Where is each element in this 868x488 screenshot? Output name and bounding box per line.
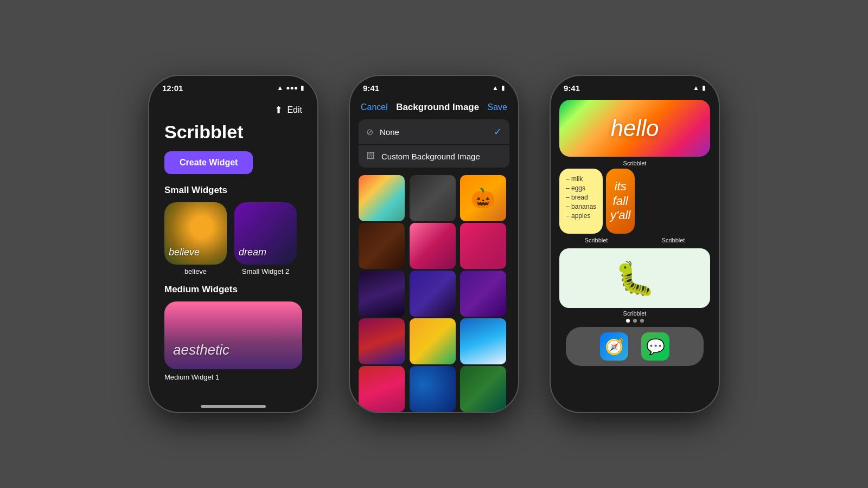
bg-cell-9[interactable] — [460, 271, 506, 317]
status-icons-3: ▲ ▮ — [693, 84, 706, 92]
bg-option-none[interactable]: ⊘ None ✓ — [359, 119, 509, 144]
widget-label-medium: Medium Widget 1 — [164, 373, 219, 381]
phone1-nav: ⬆ Edit — [164, 104, 302, 116]
bg-option-list: ⊘ None ✓ 🖼 Custom Background Image — [350, 119, 518, 175]
widget-thumb-aesthetic: aesthetic — [164, 301, 302, 369]
medium-widget-row[interactable]: aesthetic Medium Widget 1 — [164, 301, 302, 382]
bg-option-custom[interactable]: 🖼 Custom Background Image — [359, 145, 509, 168]
dock: 🧭 💬 — [566, 327, 704, 366]
note-item-4: bananas — [566, 203, 596, 210]
medium-widgets-label: Medium Widgets — [164, 284, 302, 295]
wifi-icon: ▲ — [277, 84, 283, 92]
status-icons-2: ▲ ▮ — [492, 84, 505, 92]
note-item-1: milk — [566, 175, 596, 183]
widget-text-aesthetic: aesthetic — [173, 342, 229, 358]
messages-icon[interactable]: 💬 — [641, 332, 669, 361]
note-widget[interactable]: milk eggs bread bananas apples — [559, 169, 603, 234]
checkmark-icon: ✓ — [494, 126, 502, 138]
signal-icon: ●●● — [286, 84, 298, 92]
status-time-1: 12:01 — [162, 84, 183, 93]
status-time-3: 9:41 — [564, 84, 580, 93]
notch2 — [399, 76, 469, 91]
hello-widget[interactable]: hello — [559, 100, 710, 157]
bg-cell-1[interactable] — [359, 175, 405, 221]
phone1-content: ⬆ Edit Scribblet Create Widget Small Wid… — [149, 100, 317, 382]
caterpillar-widget-label: Scribblet — [559, 310, 710, 317]
bg-cell-8[interactable] — [410, 271, 456, 317]
phone3: 9:41 ▲ ▮ hello Scribblet milk eggs — [551, 76, 719, 412]
widget-thumb-believe: believe — [164, 202, 227, 265]
widget-row-small: milk eggs bread bananas apples itsfally'… — [559, 169, 710, 234]
dot-1 — [626, 319, 630, 323]
small-widgets-grid: believe believe dream Small Widget 2 — [164, 202, 302, 275]
note-widget-container: milk eggs bread bananas apples — [559, 169, 603, 234]
bg-cell-11[interactable] — [410, 318, 456, 364]
create-widget-button[interactable]: Create Widget — [164, 151, 253, 174]
hello-widget-label: Scribblet — [559, 160, 710, 166]
bg-cell-15[interactable] — [460, 366, 506, 412]
bg-cell-2[interactable] — [410, 175, 456, 221]
status-time-2: 9:41 — [363, 84, 379, 93]
bg-cell-6[interactable] — [460, 223, 506, 269]
battery-icon: ▮ — [301, 84, 304, 92]
widget-text-dream: dream — [239, 247, 292, 258]
bg-cell-5[interactable] — [410, 223, 456, 269]
dot-2 — [633, 319, 637, 323]
bg-cell-4[interactable] — [359, 223, 405, 269]
caterpillar-emoji: 🐛 — [615, 259, 655, 298]
battery-icon-3: ▮ — [702, 84, 706, 92]
phone2: 9:41 ▲ ▮ Cancel Background Image Save ⊘ … — [350, 76, 518, 412]
bg-cell-13[interactable] — [359, 366, 405, 412]
wifi-icon-2: ▲ — [492, 84, 499, 92]
photo-icon: 🖼 — [366, 151, 375, 161]
phone3-screen: 9:41 ▲ ▮ hello Scribblet milk eggs — [551, 76, 719, 412]
image-slash-icon: ⊘ — [366, 127, 373, 137]
fall-widget[interactable]: itsfally'all — [606, 169, 635, 234]
bg-cell-12[interactable] — [460, 318, 506, 364]
bg-image-grid — [350, 175, 518, 412]
widget-label-dream: Small Widget 2 — [242, 267, 289, 275]
bg-cell-14[interactable] — [410, 366, 456, 412]
wifi-icon-3: ▲ — [693, 84, 699, 92]
notch3 — [599, 76, 670, 91]
widget-label-believe: believe — [184, 267, 207, 275]
widget-item-dream[interactable]: dream Small Widget 2 — [234, 202, 297, 275]
phone1-screen: 12:01 ▲ ●●● ▮ ⬆ Edit Scribblet Create Wi… — [149, 76, 317, 412]
phone1: 12:01 ▲ ●●● ▮ ⬆ Edit Scribblet Create Wi… — [149, 76, 317, 412]
page-dots — [559, 319, 710, 323]
home-widgets: hello Scribblet milk eggs bread bananas … — [551, 100, 719, 366]
safari-icon[interactable]: 🧭 — [600, 332, 628, 361]
home-indicator-1 — [201, 405, 266, 408]
option-none-text: None — [380, 127, 487, 137]
bg-cell-10[interactable] — [359, 318, 405, 364]
note-item-2: eggs — [566, 184, 596, 192]
notch1 — [198, 76, 269, 91]
widget-item-believe[interactable]: believe believe — [164, 202, 227, 275]
widget-thumb-dream: dream — [234, 202, 297, 265]
battery-icon-2: ▮ — [501, 84, 505, 92]
fall-widget-label: Scribblet — [636, 237, 710, 243]
share-icon[interactable]: ⬆ — [275, 104, 283, 116]
app-title: Scribblet — [164, 121, 302, 143]
widget-text-believe: believe — [169, 247, 222, 258]
hello-text: hello — [611, 115, 659, 142]
option-custom-text: Custom Background Image — [381, 152, 502, 161]
note-list: milk eggs bread bananas apples — [566, 175, 596, 220]
note-item-3: bread — [566, 194, 596, 201]
save-button[interactable]: Save — [488, 102, 507, 112]
edit-button[interactable]: Edit — [287, 105, 302, 115]
phone2-screen: 9:41 ▲ ▮ Cancel Background Image Save ⊘ … — [350, 76, 518, 412]
note-widget-label: Scribblet — [559, 237, 633, 243]
widget-captions-row: Scribblet Scribblet — [559, 237, 710, 245]
bg-picker-title: Background Image — [396, 102, 479, 113]
bg-picker-nav: Cancel Background Image Save — [350, 100, 518, 119]
bg-cell-7[interactable] — [359, 271, 405, 317]
fall-widget-container: itsfally'all — [606, 169, 635, 234]
bg-cell-3[interactable] — [460, 175, 506, 221]
dot-3 — [640, 319, 644, 323]
small-widgets-label: Small Widgets — [164, 185, 302, 196]
cancel-button[interactable]: Cancel — [361, 102, 388, 112]
note-item-5: apples — [566, 212, 596, 220]
fall-text: itsfally'all — [606, 175, 635, 227]
caterpillar-widget[interactable]: 🐛 — [559, 248, 710, 308]
